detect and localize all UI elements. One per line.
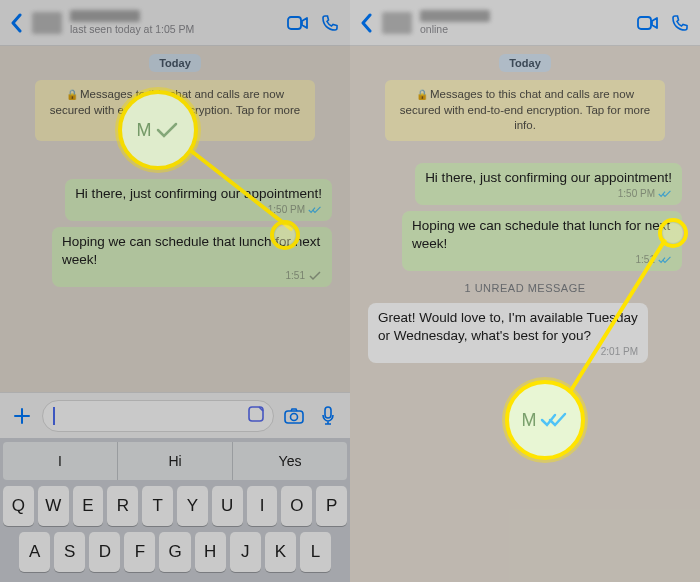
chat-header: last seen today at 1:05 PM	[0, 0, 350, 46]
key[interactable]: Y	[177, 486, 208, 526]
message-meta: 1:50 PM	[425, 187, 672, 200]
message-meta: 1:51	[62, 269, 322, 282]
contact-name	[420, 10, 490, 22]
attach-button[interactable]	[8, 402, 36, 430]
encryption-text: Messages to this chat and calls are now …	[50, 88, 300, 131]
message-input[interactable]	[42, 400, 274, 432]
header-title-area[interactable]: last seen today at 1:05 PM	[70, 10, 280, 36]
message-text: Hi there, just confirming our appointmen…	[75, 185, 322, 203]
message-out[interactable]: Hi there, just confirming our appointmen…	[65, 179, 332, 222]
contact-status: online	[420, 24, 630, 36]
message-text: Hi there, just confirming our appointmen…	[425, 169, 672, 187]
contact-status: last seen today at 1:05 PM	[70, 24, 280, 36]
encryption-text: Messages to this chat and calls are now …	[400, 88, 650, 131]
key[interactable]: P	[316, 486, 347, 526]
encryption-banner[interactable]: 🔒Messages to this chat and calls are now…	[35, 80, 315, 141]
chat-body[interactable]: Today 🔒Messages to this chat and calls a…	[350, 46, 700, 582]
svg-rect-5	[638, 17, 651, 29]
message-out[interactable]: Hoping we can schedule that lunch for ne…	[52, 227, 332, 287]
single-check-gray-icon	[308, 271, 322, 281]
back-button[interactable]	[4, 11, 28, 35]
message-text: Hoping we can schedule that lunch for ne…	[412, 217, 672, 252]
key[interactable]: H	[195, 532, 226, 572]
message-meta: 1:51	[412, 253, 672, 266]
microphone-button[interactable]	[314, 402, 342, 430]
message-out[interactable]: Hoping we can schedule that lunch for ne…	[402, 211, 682, 271]
back-button[interactable]	[354, 11, 378, 35]
key[interactable]: U	[212, 486, 243, 526]
svg-point-3	[291, 413, 298, 420]
key[interactable]: K	[265, 532, 296, 572]
contact-name	[70, 10, 140, 22]
keyboard[interactable]: I Hi Yes Q W E R T Y U I O P A S D F G H…	[0, 438, 350, 582]
key[interactable]: D	[89, 532, 120, 572]
voice-call-button[interactable]	[666, 9, 694, 37]
key[interactable]: J	[230, 532, 261, 572]
key[interactable]: E	[73, 486, 104, 526]
chat-header: online	[350, 0, 700, 46]
left-screenshot: last seen today at 1:05 PM Today 🔒Messag…	[0, 0, 350, 582]
avatar[interactable]	[382, 12, 412, 34]
message-in[interactable]: Great! Would love to, I'm available Tues…	[368, 303, 648, 363]
svg-rect-4	[325, 407, 331, 418]
key[interactable]: R	[107, 486, 138, 526]
suggestion-bar: I Hi Yes	[3, 442, 347, 480]
message-meta: 1:50 PM	[75, 203, 322, 216]
sticker-icon[interactable]	[247, 405, 265, 427]
key[interactable]: A	[19, 532, 50, 572]
video-call-button[interactable]	[634, 9, 662, 37]
unread-separator: 1 UNREAD MESSAGE	[464, 279, 585, 297]
text-caret	[53, 407, 55, 425]
suggestion[interactable]: I	[3, 442, 118, 480]
message-out[interactable]: Hi there, just confirming our appointmen…	[415, 163, 682, 206]
message-input-bar	[0, 392, 350, 438]
date-chip: Today	[499, 54, 551, 72]
message-text: Great! Would love to, I'm available Tues…	[378, 309, 638, 344]
svg-rect-0	[288, 17, 301, 29]
avatar[interactable]	[32, 12, 62, 34]
header-title-area[interactable]: online	[420, 10, 630, 36]
right-screenshot: online Today 🔒Messages to this chat and …	[350, 0, 700, 582]
date-chip: Today	[149, 54, 201, 72]
key[interactable]: O	[281, 486, 312, 526]
key[interactable]: Q	[3, 486, 34, 526]
video-call-button[interactable]	[284, 9, 312, 37]
double-check-blue-icon	[308, 205, 322, 215]
key[interactable]: T	[142, 486, 173, 526]
suggestion[interactable]: Yes	[233, 442, 347, 480]
lock-icon: 🔒	[416, 89, 428, 100]
double-check-blue-icon	[658, 189, 672, 199]
lock-icon: 🔒	[66, 89, 78, 100]
key[interactable]: L	[300, 532, 331, 572]
key[interactable]: I	[247, 486, 278, 526]
key[interactable]: S	[54, 532, 85, 572]
encryption-banner[interactable]: 🔒Messages to this chat and calls are now…	[385, 80, 665, 141]
camera-button[interactable]	[280, 402, 308, 430]
message-meta: 2:01 PM	[378, 345, 638, 358]
key[interactable]: G	[159, 532, 190, 572]
key[interactable]: W	[38, 486, 69, 526]
suggestion[interactable]: Hi	[118, 442, 233, 480]
key[interactable]: F	[124, 532, 155, 572]
voice-call-button[interactable]	[316, 9, 344, 37]
message-text: Hoping we can schedule that lunch for ne…	[62, 233, 322, 268]
double-check-blue-icon	[658, 255, 672, 265]
chat-body[interactable]: Today 🔒Messages to this chat and calls a…	[0, 46, 350, 392]
